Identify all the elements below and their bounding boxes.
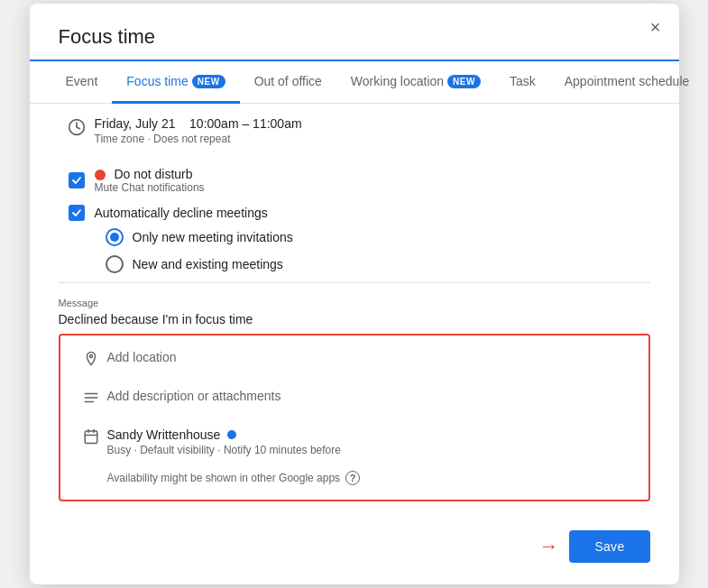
message-section: Message Declined because I'm in focus ti… [59,287,650,334]
dialog-title: Focus time [30,4,679,61]
availability-text: Availability might be shown in other Goo… [107,472,341,484]
location-icon [75,350,107,367]
message-text: Declined because I'm in focus time [59,312,650,326]
arrow-indicator: → [538,535,558,558]
arrow-icon: → [538,535,558,558]
tab-task[interactable]: Task [495,61,550,104]
message-label: Message [59,298,650,308]
tab-bar: Event Focus time NEW Out of office Worki… [30,61,679,104]
tab-appointment-schedule[interactable]: Appointment schedule [550,61,704,104]
add-description-row[interactable]: Add description or attachments [60,378,648,417]
event-date: Friday, July 21 [95,116,176,131]
svg-point-1 [89,355,92,358]
radio-new-existing-circle [106,255,124,273]
working-location-badge: NEW [447,75,481,88]
add-location-row[interactable]: Add location [60,339,648,378]
dnd-checkbox[interactable] [59,172,95,188]
focus-time-badge: NEW [192,75,225,88]
dnd-row: Do not disturb Mute Chat notifications [59,158,650,196]
svg-rect-5 [85,431,97,444]
radio-only-new-dot [110,233,119,242]
tab-out-of-office[interactable]: Out of office [240,61,336,104]
auto-decline-row: Automatically decline meetings [59,196,650,223]
dnd-label: Do not disturb [95,167,650,181]
auto-decline-label: Automatically decline meetings [95,206,268,220]
radio-only-new-circle [106,228,124,246]
calendar-details: Busy · Default visibility · Notify 10 mi… [107,444,341,456]
radio-only-new[interactable]: Only new meeting invitations [106,228,650,246]
date-time-main: Friday, July 21 10:00am – 11:00am [95,116,650,131]
auto-decline-checkbox[interactable] [59,205,95,221]
close-button[interactable]: × [647,14,665,40]
tab-event[interactable]: Event [51,61,113,104]
add-location-label: Add location [107,350,177,364]
description-icon [75,389,107,406]
footer: → Save [30,516,679,563]
divider-1 [59,282,650,283]
clock-icon [59,116,95,136]
event-time-range: 10:00am – 11:00am [189,116,302,131]
dnd-dot [95,170,106,180]
radio-group: Only new meeting invitations New and exi… [59,223,650,279]
dialog: × Focus time Event Focus time NEW Out of… [30,4,679,584]
add-description-label: Add description or attachments [107,389,281,403]
highlighted-section: Add location Add description or attachme… [59,334,650,501]
datetime-row: Friday, July 21 10:00am – 11:00am Time z… [59,104,650,158]
calendar-dot [227,430,236,439]
calendar-name: Sandy Writtenhouse [107,427,341,442]
calendar-row: Sandy Writtenhouse Busy · Default visibi… [60,417,648,467]
tab-focus-time[interactable]: Focus time NEW [112,61,239,104]
calendar-info: Sandy Writtenhouse Busy · Default visibi… [107,427,341,456]
timezone-label: Time zone · Does not repeat [95,133,650,145]
save-button[interactable]: Save [569,530,649,563]
dnd-sublabel: Mute Chat notifications [95,181,650,194]
help-icon[interactable]: ? [345,471,360,485]
radio-new-existing[interactable]: New and existing meetings [106,255,650,273]
tab-working-location[interactable]: Working location NEW [336,61,495,104]
availability-row: Availability might be shown in other Goo… [60,467,648,496]
calendar-icon [75,427,107,445]
main-content: Friday, July 21 10:00am – 11:00am Time z… [30,104,679,501]
